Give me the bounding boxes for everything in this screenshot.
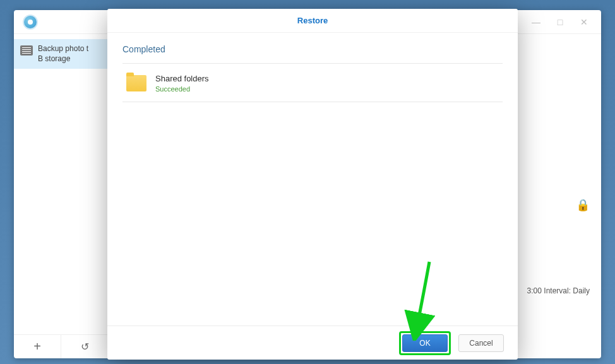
restore-dialog: Restore Completed Shared folders Succeed… (107, 9, 518, 360)
dialog-body: Completed Shared folders Succeeded (107, 33, 518, 326)
modal-overlay: Restore Completed Shared folders Succeed… (0, 0, 615, 364)
folder-icon (126, 75, 146, 91)
result-title: Shared folders (155, 74, 209, 83)
result-item: Shared folders Succeeded (122, 71, 503, 102)
divider (122, 63, 503, 64)
dialog-footer: OK Cancel (107, 326, 518, 360)
ok-button-highlight: OK (399, 331, 451, 355)
ok-button[interactable]: OK (402, 334, 448, 352)
dialog-title: Restore (107, 9, 518, 33)
section-title: Completed (122, 44, 503, 54)
cancel-button[interactable]: Cancel (458, 334, 504, 352)
result-text: Shared folders Succeeded (155, 74, 209, 93)
result-status: Succeeded (155, 85, 209, 93)
